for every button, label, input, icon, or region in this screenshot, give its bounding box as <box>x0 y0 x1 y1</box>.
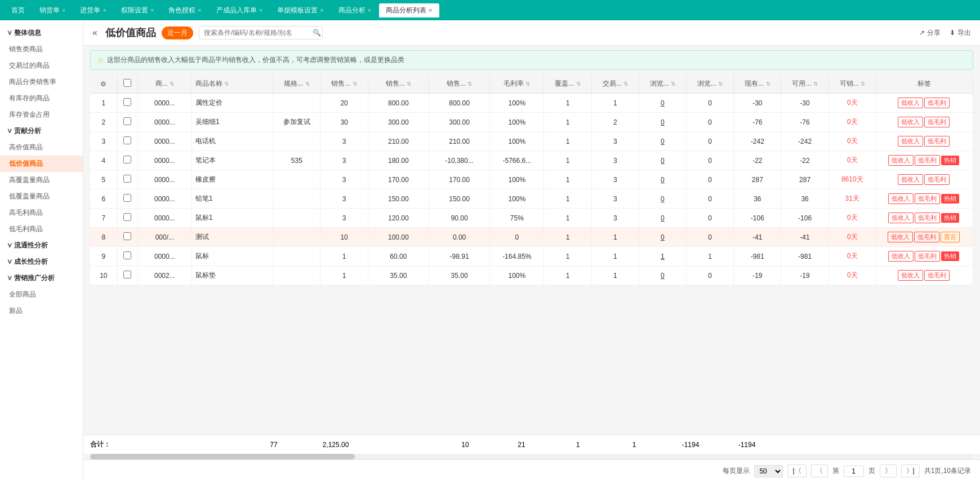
search-input[interactable] <box>199 26 323 39</box>
select-all-checkbox[interactable] <box>123 79 131 87</box>
cell-name: 吴细细1 <box>191 113 273 132</box>
cell-checkbox[interactable] <box>117 247 137 266</box>
cell-browse1: 0 <box>687 266 734 285</box>
col-name-header[interactable]: 商品名称 ⇅ <box>191 74 273 94</box>
prev-page-button[interactable]: 〈 <box>811 465 828 477</box>
nav-item-analysis-list[interactable]: 商品分析列表 × <box>379 3 439 17</box>
export-button[interactable]: ⬇ 导出 <box>950 28 971 38</box>
footer-gross: 10 <box>448 441 482 449</box>
sidebar-item-traded[interactable]: 交易过的商品 <box>0 58 83 74</box>
close-icon[interactable]: × <box>103 7 106 14</box>
search-icon[interactable]: 🔍 <box>313 29 321 37</box>
col-avail-header[interactable]: 可用... ⇅ <box>781 74 828 94</box>
sidebar-group-marketing[interactable]: ∨ 营销推广分析 <box>0 270 83 286</box>
close-icon[interactable]: × <box>259 7 262 14</box>
cell-sale3: 100% <box>490 189 544 209</box>
sidebar-item-high-margin[interactable]: 高毛利商品 <box>0 205 83 221</box>
col-qty-header[interactable]: 销售... ⇅ <box>320 74 368 94</box>
sidebar-item-low-value[interactable]: 低价值商品 <box>0 156 83 172</box>
col-browse2-header[interactable]: 浏览... ⇅ <box>687 74 734 94</box>
table-wrapper[interactable]: ⚙ 商... ⇅ 商品名称 ⇅ 规格... ⇅ 销售... ⇅ 销售... ⇅ … <box>83 74 980 435</box>
nav-item-warehouse[interactable]: 产成品入库单 × <box>210 3 269 17</box>
close-icon[interactable]: × <box>368 7 371 14</box>
col-code-header[interactable]: 商... ⇅ <box>137 74 191 94</box>
col-sell-header[interactable]: 可销... ⇅ <box>828 74 876 94</box>
sidebar-item-new-products[interactable]: 新品 <box>0 303 83 319</box>
sidebar-item-capital[interactable]: 库存资金占用 <box>0 107 83 123</box>
col-gross-header[interactable]: 毛利率 ⇅ <box>490 74 544 94</box>
nav-item-permissions[interactable]: 权限设置 × <box>114 3 161 17</box>
sidebar-item-high-coverage[interactable]: 高覆盖量商品 <box>0 172 83 188</box>
first-page-button[interactable]: |〈 <box>787 465 806 477</box>
sidebar-group-overall[interactable]: ∨ 整体信息 <box>0 25 83 41</box>
sidebar-item-low-margin[interactable]: 低毛利商品 <box>0 221 83 237</box>
cell-trade[interactable]: 0 <box>639 151 686 170</box>
sidebar-item-category-sales[interactable]: 商品分类销售率 <box>0 74 83 90</box>
close-icon[interactable]: × <box>198 7 201 14</box>
cell-sale1: 800.00 <box>368 94 429 113</box>
col-sale2-header[interactable]: 销售... ⇅ <box>429 74 489 94</box>
cell-trade[interactable]: 0 <box>639 189 686 209</box>
content-area: « 低价值商品 近一月 🔍 ↗ 分享 ⬇ 导出 ☆ 这部分商品的销售收入大幅低于… <box>83 20 980 482</box>
cell-trade[interactable]: 1 <box>639 247 686 266</box>
nav-item-sales[interactable]: 销货单 × <box>33 3 72 17</box>
cell-trade[interactable]: 0 <box>639 170 686 189</box>
cell-checkbox[interactable] <box>117 94 137 113</box>
collapse-sidebar-button[interactable]: « <box>92 28 97 38</box>
sidebar-item-in-stock[interactable]: 有库存的商品 <box>0 90 83 107</box>
cell-sale1: 150.00 <box>368 189 429 209</box>
close-icon[interactable]: × <box>429 7 432 14</box>
cell-trade[interactable]: 0 <box>639 132 686 151</box>
col-instock-header[interactable]: 现有... ⇅ <box>734 74 781 94</box>
per-page-select[interactable]: 50 100 200 <box>754 465 783 477</box>
cell-trade[interactable]: 0 <box>639 113 686 132</box>
sidebar-item-low-coverage[interactable]: 低覆盖量商品 <box>0 188 83 205</box>
sidebar-group-circulation[interactable]: ∨ 流通性分析 <box>0 237 83 254</box>
col-tags-header[interactable]: 标签 <box>876 74 973 94</box>
close-icon[interactable]: × <box>320 7 323 14</box>
cell-browse2: -242 <box>734 132 781 151</box>
col-trade-header[interactable]: 交易... ⇅ <box>591 74 639 94</box>
col-sale1-header[interactable]: 销售... ⇅ <box>368 74 429 94</box>
scrollbar-thumb[interactable] <box>90 454 355 459</box>
cell-tags: 低收入低毛利热销 <box>876 189 973 209</box>
cell-checkbox[interactable] <box>117 132 137 151</box>
cell-checkbox[interactable] <box>117 209 137 228</box>
col-checkbox[interactable] <box>117 74 137 94</box>
nav-item-role[interactable]: 角色授权 × <box>162 3 208 17</box>
sidebar-group-contribution[interactable]: ∨ 贡献分析 <box>0 123 83 139</box>
cell-trade[interactable]: 0 <box>639 94 686 113</box>
cell-qty: 30 <box>320 113 368 132</box>
share-button[interactable]: ↗ 分享 <box>919 28 941 38</box>
cell-trade[interactable]: 0 <box>639 209 686 228</box>
cell-checkbox[interactable] <box>117 228 137 247</box>
cell-trade[interactable]: 0 <box>639 228 686 247</box>
cell-checkbox[interactable] <box>117 266 137 285</box>
nav-item-analysis[interactable]: 商品分析 × <box>332 3 378 17</box>
cell-checkbox[interactable] <box>117 151 137 170</box>
col-browse1-header[interactable]: 浏览... ⇅ <box>639 74 686 94</box>
cell-checkbox[interactable] <box>117 170 137 189</box>
close-icon[interactable]: × <box>62 7 65 14</box>
cell-cover: 1 <box>591 266 639 285</box>
sidebar-item-all-products[interactable]: 全部商品 <box>0 286 83 303</box>
warning-banner: ☆ 这部分商品的销售收入大幅低于商品平均销售收入，价值不高，可考虑调整营销策略，… <box>90 50 973 70</box>
sidebar-item-high-value[interactable]: 高价值商品 <box>0 139 83 156</box>
col-spec-header[interactable]: 规格... ⇅ <box>273 74 320 94</box>
page-input[interactable] <box>844 466 864 477</box>
table-scrollbar[interactable] <box>90 454 973 459</box>
cell-checkbox[interactable] <box>117 113 137 132</box>
sidebar-item-sales-products[interactable]: 销售类商品 <box>0 41 83 58</box>
cell-checkbox[interactable] <box>117 189 137 209</box>
nav-item-home[interactable]: 首页 <box>5 3 32 17</box>
close-icon[interactable]: × <box>150 7 154 14</box>
next-page-button[interactable]: 〉 <box>880 465 897 477</box>
sidebar-group-growth[interactable]: ∨ 成长性分析 <box>0 254 83 270</box>
nav-item-purchase[interactable]: 进货单 × <box>73 3 113 17</box>
cell-trade[interactable]: 0 <box>639 266 686 285</box>
col-cover-header[interactable]: 覆盖... ⇅ <box>544 74 591 94</box>
last-page-button[interactable]: 〉| <box>901 465 920 477</box>
filter-button[interactable]: 近一月 <box>162 26 193 39</box>
nav-item-template[interactable]: 单据模板设置 × <box>270 3 330 17</box>
col-settings[interactable]: ⚙ <box>90 74 117 94</box>
